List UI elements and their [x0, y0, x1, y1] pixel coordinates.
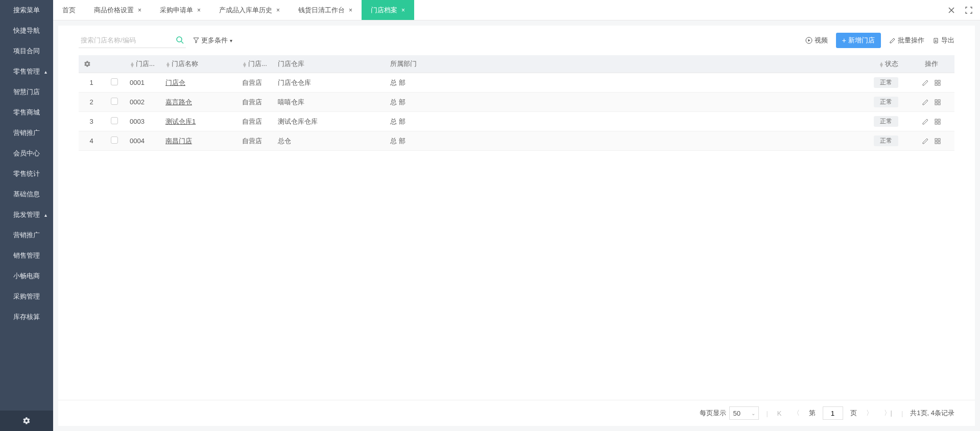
- export-button[interactable]: 导出: [933, 36, 954, 45]
- row-checkbox[interactable]: [111, 137, 118, 144]
- close-icon[interactable]: ×: [138, 7, 141, 14]
- col-action: 操作: [909, 55, 954, 73]
- store-name-link[interactable]: 嘉言路仓: [165, 98, 192, 106]
- col-name[interactable]: ▲▼门店名称: [160, 55, 237, 73]
- table-row: 2 0002 嘉言路仓 自营店 嘻嘻仓库 总 部 正常: [79, 93, 954, 112]
- edit-row-button[interactable]: [922, 138, 929, 145]
- sidebar-inventory-acct[interactable]: 库存核算: [0, 307, 53, 327]
- row-code: 0002: [125, 93, 160, 112]
- tab-home[interactable]: 首页: [53, 0, 85, 20]
- row-name: 门店仓: [160, 73, 237, 93]
- row-checkbox-cell: [104, 112, 125, 131]
- page-first-button[interactable]: K: [775, 410, 784, 417]
- search-button[interactable]: [176, 36, 184, 44]
- row-name: 嘉言路仓: [160, 93, 237, 112]
- store-name-link[interactable]: 门店仓: [165, 79, 185, 86]
- sidebar-basic-info[interactable]: 基础信息: [0, 184, 53, 205]
- col-code[interactable]: ▲▼门店...: [125, 55, 160, 73]
- col-type[interactable]: ▲▼门店...: [237, 55, 273, 73]
- close-icon[interactable]: ×: [349, 7, 352, 14]
- export-icon: [933, 37, 939, 44]
- close-icon[interactable]: ×: [197, 7, 201, 14]
- page-next-button[interactable]: 〉: [864, 409, 875, 418]
- close-icon[interactable]: ×: [276, 7, 280, 14]
- batch-op-button[interactable]: 批量操作: [889, 36, 924, 45]
- video-button[interactable]: 视频: [805, 36, 828, 45]
- page-input[interactable]: [823, 406, 843, 420]
- sidebar-settings[interactable]: [0, 411, 53, 431]
- sidebar-purchase-mgmt[interactable]: 采购管理: [0, 286, 53, 307]
- fullscreen-icon: [965, 7, 972, 14]
- row-department: 总 部: [385, 112, 786, 131]
- status-badge: 正常: [874, 77, 898, 88]
- col-status[interactable]: ▲▼状态: [786, 55, 909, 73]
- sidebar-retail-mgmt[interactable]: 零售管理▴: [0, 61, 53, 82]
- row-index: 4: [79, 131, 104, 151]
- sidebar-smart-store[interactable]: 智慧门店: [0, 82, 53, 102]
- tab-daily-clear[interactable]: 钱货日清工作台×: [289, 0, 362, 20]
- search-icon: [176, 36, 184, 44]
- per-page-select[interactable]: 50 ⌄: [729, 406, 759, 420]
- svg-rect-2: [935, 80, 937, 82]
- more-row-button[interactable]: [934, 118, 941, 125]
- search-input[interactable]: [79, 33, 186, 48]
- sidebar-xiaochang-ec[interactable]: 小畅电商: [0, 266, 53, 286]
- sidebar-wholesale-mgmt[interactable]: 批发管理▴: [0, 205, 53, 225]
- row-checkbox[interactable]: [111, 98, 118, 105]
- add-store-button[interactable]: + 新增门店: [836, 33, 881, 48]
- sidebar-retail-sub: 智慧门店 零售商城 营销推广 会员中心 零售统计 基础信息: [0, 82, 53, 205]
- sidebar-retail-mall[interactable]: 零售商城: [0, 102, 53, 123]
- sort-icon: ▲▼: [165, 62, 171, 67]
- page-prefix: 第: [809, 409, 816, 418]
- close-icon[interactable]: ×: [401, 7, 405, 14]
- tab-purchase-req[interactable]: 采购申请单×: [151, 0, 210, 20]
- more-row-button[interactable]: [934, 79, 941, 86]
- col-checkbox: [104, 55, 125, 73]
- fullscreen-button[interactable]: [963, 4, 975, 16]
- row-department: 总 部: [385, 73, 786, 93]
- more-filter-button[interactable]: 更多条件 ▾: [193, 36, 232, 45]
- row-checkbox[interactable]: [111, 78, 118, 85]
- tab-product-price[interactable]: 商品价格设置×: [85, 0, 151, 20]
- sidebar-sales-mgmt[interactable]: 销售管理: [0, 245, 53, 266]
- svg-rect-4: [935, 83, 937, 85]
- status-badge: 正常: [874, 135, 898, 146]
- status-badge: 正常: [874, 116, 898, 127]
- edit-row-button[interactable]: [922, 99, 929, 106]
- tab-store-archive[interactable]: 门店档案×: [362, 0, 414, 20]
- row-checkbox[interactable]: [111, 117, 118, 124]
- edit-icon: [922, 118, 929, 125]
- sidebar-retail-marketing[interactable]: 营销推广: [0, 123, 53, 143]
- svg-rect-10: [935, 119, 937, 121]
- page-last-button[interactable]: 〉|: [882, 409, 894, 418]
- store-name-link[interactable]: 南昌门店: [165, 137, 192, 145]
- grid-icon: [934, 99, 941, 106]
- sidebar-wholesale-marketing[interactable]: 营销推广: [0, 225, 53, 245]
- sidebar-member-center[interactable]: 会员中心: [0, 143, 53, 164]
- grid-icon: [934, 79, 941, 86]
- svg-rect-16: [935, 142, 937, 144]
- edit-icon: [889, 37, 896, 44]
- pagination: 每页显示 50 ⌄ | K 〈 第 页 〉 〉| | 共1页, 4条记录: [58, 400, 975, 426]
- col-settings[interactable]: [79, 55, 104, 73]
- more-row-button[interactable]: [934, 99, 941, 106]
- close-tab-button[interactable]: [945, 4, 958, 16]
- store-name-link[interactable]: 测试仓库1: [165, 118, 196, 125]
- edit-row-button[interactable]: [922, 79, 929, 86]
- row-type: 自营店: [237, 112, 273, 131]
- svg-rect-5: [938, 83, 940, 85]
- page-prev-button[interactable]: 〈: [791, 409, 802, 418]
- row-warehouse: 总仓: [273, 131, 385, 151]
- row-code: 0004: [125, 131, 160, 151]
- edit-icon: [922, 99, 929, 106]
- sidebar-search-menu[interactable]: 搜索菜单: [0, 0, 53, 20]
- row-department: 总 部: [385, 93, 786, 112]
- tab-finished-in-history[interactable]: 产成品入库单历史×: [210, 0, 289, 20]
- sidebar-retail-stats[interactable]: 零售统计: [0, 164, 53, 184]
- edit-row-button[interactable]: [922, 118, 929, 125]
- sidebar-quick-nav[interactable]: 快捷导航: [0, 20, 53, 41]
- svg-rect-15: [938, 139, 940, 141]
- more-row-button[interactable]: [934, 138, 941, 145]
- x-icon: [948, 7, 955, 14]
- sidebar-project-contract[interactable]: 项目合同: [0, 41, 53, 61]
